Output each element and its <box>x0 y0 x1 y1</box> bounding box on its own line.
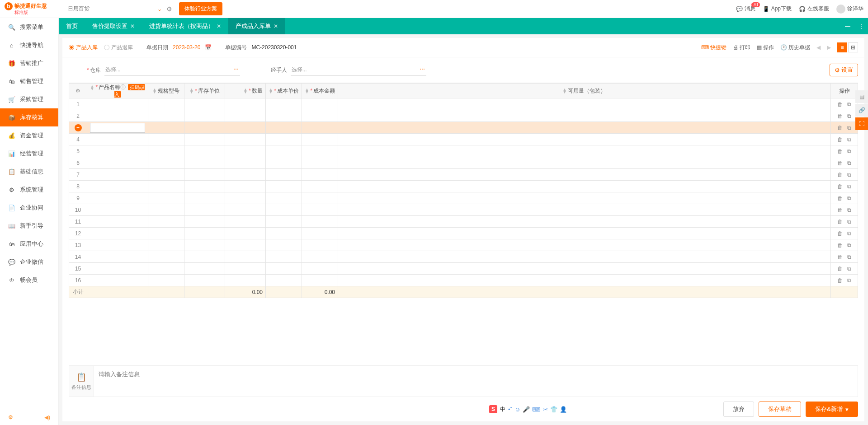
ime-user-icon[interactable]: 👤 <box>560 406 567 413</box>
shortcut-button[interactable]: ⌨快捷键 <box>701 44 726 51</box>
sidebar-item[interactable]: 📖新手引导 <box>0 217 58 235</box>
table-row[interactable]: 12 🗑⧉ <box>69 228 858 239</box>
copy-icon[interactable]: ⧉ <box>847 219 851 225</box>
close-icon[interactable]: ✕ <box>217 23 221 29</box>
tab-menu-button[interactable]: ⋮ <box>854 18 868 34</box>
radio-product-in[interactable]: 产品入库 <box>69 44 98 51</box>
sidebar-item[interactable]: 📄企业协同 <box>0 199 58 217</box>
sidebar-item[interactable]: ⚙系统管理 <box>0 181 58 199</box>
sidebar-item[interactable]: 🛍应用中心 <box>0 235 58 253</box>
copy-icon[interactable]: ⧉ <box>847 195 851 201</box>
user-menu[interactable]: 徐泽华 <box>836 5 863 14</box>
rail-btn-1[interactable]: ▤ <box>855 90 868 103</box>
delete-icon[interactable]: 🗑 <box>837 207 843 213</box>
delete-icon[interactable]: 🗑 <box>837 172 843 178</box>
ime-clip-icon[interactable]: ✂ <box>543 406 548 413</box>
sidebar-item[interactable]: 📋基础信息 <box>0 163 58 181</box>
next-icon[interactable]: ▶ <box>827 44 831 51</box>
gear-icon[interactable]: ⚙ <box>166 5 172 13</box>
delete-icon[interactable]: 🗑 <box>837 254 843 260</box>
copy-icon[interactable]: ⧉ <box>847 230 851 237</box>
delete-icon[interactable]: 🗑 <box>837 242 843 248</box>
delete-icon[interactable]: 🗑 <box>837 136 843 143</box>
sidebar-item[interactable]: 🔍搜索菜单 <box>0 18 58 36</box>
tab[interactable]: 进货单统计表（按商品）✕ <box>142 18 228 34</box>
sidebar-item[interactable]: 📦库存核算 <box>0 108 58 126</box>
prev-icon[interactable]: ◀ <box>816 44 821 51</box>
copy-icon[interactable]: ⧉ <box>847 277 851 284</box>
add-row-icon[interactable]: + <box>75 124 82 131</box>
table-row[interactable]: 16 🗑⧉ <box>69 275 858 286</box>
delete-icon[interactable]: 🗑 <box>837 125 843 131</box>
th-settings[interactable]: ⚙ <box>69 84 87 98</box>
view-grid-button[interactable]: ⊞ <box>848 42 858 52</box>
delete-icon[interactable]: 🗑 <box>837 148 843 154</box>
tab[interactable]: 售价提取设置✕ <box>85 18 142 34</box>
ime-smile-icon[interactable]: ☺ <box>514 406 520 413</box>
close-icon[interactable]: ✕ <box>130 23 135 29</box>
copy-icon[interactable]: ⧉ <box>847 136 851 143</box>
delete-icon[interactable]: 🗑 <box>837 266 843 272</box>
th-price[interactable]: ▲▼*成本单价 <box>266 84 302 98</box>
th-product-name[interactable]: ▲▼*产品名称ⓘ 扫码录入 <box>87 84 148 98</box>
copy-icon[interactable]: ⧉ <box>847 160 851 166</box>
copy-icon[interactable]: ⧉ <box>847 172 851 178</box>
save-draft-button[interactable]: 保存草稿 <box>759 402 801 417</box>
tab[interactable]: 产成品入库单✕ <box>228 18 285 34</box>
product-name-input[interactable] <box>90 123 145 133</box>
gear-icon[interactable]: ⚙ <box>8 414 13 420</box>
delete-icon[interactable]: 🗑 <box>837 219 843 225</box>
sidebar-item[interactable]: 🛒采购管理 <box>0 90 58 108</box>
radio-product-out[interactable]: 产品退库 <box>104 44 133 51</box>
shop-selector[interactable]: 日用百货 ⌄ <box>68 5 162 13</box>
copy-icon[interactable]: ⧉ <box>847 266 851 272</box>
table-row[interactable]: 8 🗑⧉ <box>69 181 858 192</box>
copy-icon[interactable]: ⧉ <box>847 148 851 154</box>
collapse-icon[interactable]: ◀) <box>44 414 50 420</box>
save-new-button[interactable]: 保存&新增▾ <box>806 402 858 417</box>
messages-button[interactable]: 💬 消息 70 <box>736 5 755 13</box>
table-row[interactable]: 10 🗑⧉ <box>69 204 858 216</box>
table-row[interactable]: 13 🗑⧉ <box>69 239 858 251</box>
copy-icon[interactable]: ⧉ <box>847 101 851 107</box>
table-row[interactable]: 14 🗑⧉ <box>69 251 858 263</box>
ime-lang[interactable]: 中 <box>500 406 505 413</box>
warehouse-select[interactable]: 选择... ⋯ <box>104 64 240 76</box>
copy-icon[interactable]: ⧉ <box>847 242 851 248</box>
app-download-button[interactable]: 📱 App下载 <box>763 5 792 13</box>
close-icon[interactable]: ✕ <box>274 23 278 29</box>
table-row[interactable]: 15 🗑⧉ <box>69 263 858 275</box>
try-plan-button[interactable]: 体验行业方案 <box>179 2 222 15</box>
calendar-icon[interactable]: 📅 <box>205 44 212 51</box>
sidebar-item[interactable]: 🛍销售管理 <box>0 72 58 90</box>
sidebar-item[interactable]: 🎁营销推广 <box>0 54 58 72</box>
table-row[interactable]: 11 🗑⧉ <box>69 216 858 228</box>
table-row[interactable]: 1 🗑⧉ <box>69 98 858 110</box>
th-spec[interactable]: ▲▼规格型号 <box>148 84 184 98</box>
th-amount[interactable]: ▲▼*成本金额 <box>302 84 338 98</box>
sidebar-item[interactable]: 💰资金管理 <box>0 126 58 145</box>
history-button[interactable]: 🕑历史单据 <box>780 44 810 51</box>
discard-button[interactable]: 放弃 <box>723 402 754 417</box>
table-row[interactable]: 5 🗑⧉ <box>69 145 858 157</box>
delete-icon[interactable]: 🗑 <box>837 183 843 190</box>
ime-keyboard-icon[interactable]: ⌨ <box>532 406 541 413</box>
ime-icon[interactable]: •ˇ <box>508 406 512 413</box>
th-available[interactable]: ▲▼可用量（包装） <box>338 84 831 98</box>
date-value[interactable]: 2023-03-20 <box>173 44 200 51</box>
operate-button[interactable]: ▦操作 <box>757 44 774 51</box>
table-row[interactable]: 7 🗑⧉ <box>69 169 858 181</box>
copy-icon[interactable]: ⧉ <box>847 113 851 119</box>
online-service-button[interactable]: 🎧 在线客服 <box>799 5 829 13</box>
delete-icon[interactable]: 🗑 <box>837 101 843 107</box>
sidebar-item[interactable]: 📊经营管理 <box>0 145 58 163</box>
delete-icon[interactable]: 🗑 <box>837 160 843 166</box>
sidebar-item[interactable]: ⌂快捷导航 <box>0 36 58 54</box>
remark-input[interactable] <box>94 366 858 397</box>
table-row[interactable]: 4 🗑⧉ <box>69 134 858 145</box>
settings-button[interactable]: ⚙设置 <box>830 64 858 76</box>
sidebar-item[interactable]: 💬企业微信 <box>0 253 58 271</box>
th-unit[interactable]: ▲▼*库存单位 <box>184 84 225 98</box>
delete-icon[interactable]: 🗑 <box>837 113 843 119</box>
delete-icon[interactable]: 🗑 <box>837 230 843 237</box>
